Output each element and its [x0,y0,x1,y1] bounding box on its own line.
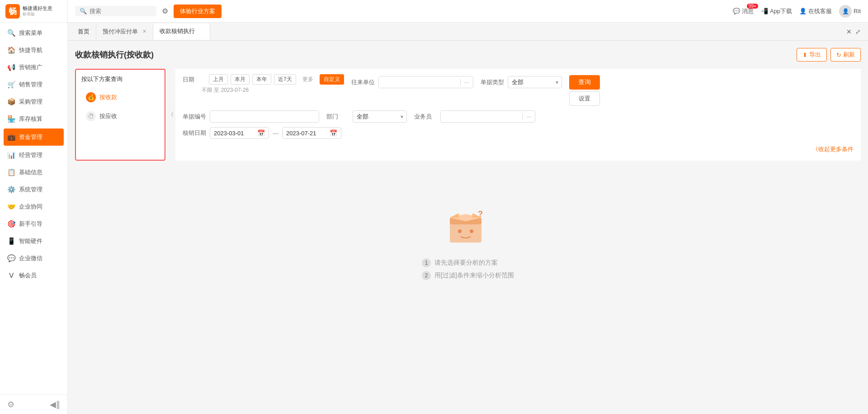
cooperation-icon: 🤝 [7,203,15,211]
topbar-msg-btn[interactable]: 💬 消息 99+ [733,7,754,15]
topbar-gear-icon[interactable]: ⚙ [162,7,168,15]
sidebar-item-cooperation[interactable]: 🤝 企业协同 [0,198,67,215]
docnumber-group: 单据编号 [183,110,319,123]
svg-point-6 [470,229,473,233]
export-icon: ⬆ [802,52,807,58]
tab-collection[interactable]: 收款核销执行 ✕ [153,24,210,40]
filter-type-by-receivable[interactable]: ⏱ 按应收 [81,108,159,125]
doctype-select[interactable]: 全部 [508,76,562,88]
date-range-display: 不限 至 2023-07-26 [183,86,344,94]
sidebar-nav: 🔍 搜索菜单 🏠 快捷导航 📢 营销推广 🛒 销售管理 📦 采购管理 🏪 库存核… [0,23,67,395]
collapse-arrow-area: 《 [165,69,175,161]
purchase-icon: 📦 [7,98,15,106]
dept-select[interactable]: 全部 [353,110,407,123]
sidebar-item-operations-label: 经营管理 [19,151,42,159]
megaphone-icon: 📢 [7,63,15,71]
tab-prepay[interactable]: 预付冲应付单 ✕ [96,24,153,40]
date-btn-last-month[interactable]: 上月 [209,74,228,85]
logo-area: 畅 畅捷通好生意 标准版 [0,0,67,23]
sidebar-item-quicknav[interactable]: 🏠 快捷导航 [0,42,67,59]
filter-type-by-collection[interactable]: 💰 按收款 [81,89,159,106]
collapse-more-label: 收起更多条件 [818,145,854,153]
tab-collection-close[interactable]: ✕ [199,28,203,34]
tab-close-all-btn[interactable]: ✕ [846,28,852,35]
search-icon: 🔍 [7,29,15,37]
topbar-app-btn[interactable]: 📲 App下载 [761,7,792,15]
sidebar-item-system[interactable]: ⚙️ 系统管理 [0,181,67,198]
industry-btn[interactable]: 体验行业方案 [174,5,222,18]
sidebar-item-search-label: 搜索菜单 [19,29,42,37]
settings-btn[interactable]: 设置 [569,91,600,106]
collapse-sidebar-btn[interactable]: ◀‖ [50,400,60,409]
filter-collapse-btn[interactable]: 《 [166,69,175,161]
date-btn-7days[interactable]: 近7天 [274,74,296,85]
sidebar-item-basic[interactable]: 📋 基础信息 [0,164,67,181]
counterpart-input[interactable] [379,76,460,88]
sidebar-item-operations[interactable]: 📊 经营管理 [0,147,67,164]
filter-right-panel: 日期 上月 本月 本年 近7天 更多 自定义 不限 至 2023-07-26 [175,69,861,161]
date-btn-more[interactable]: 更多 [299,75,317,84]
sidebar-item-wechat[interactable]: 💬 企业微信 [0,250,67,267]
counterpart-search-btn[interactable]: ··· [460,79,473,86]
counterpart-group: 往来单位 ··· [351,76,473,88]
staff-search-btn[interactable]: ··· [522,113,535,120]
export-btn[interactable]: ⬆ 导出 [797,48,827,62]
sidebar-item-sales[interactable]: 🛒 销售管理 [0,76,67,93]
sidebar-item-inventory[interactable]: 🏪 库存核算 [0,110,67,128]
topbar-search-input[interactable] [90,8,153,14]
settings-footer-icon[interactable]: ⚙ [7,400,14,409]
date-btn-this-year[interactable]: 本年 [252,74,271,85]
sidebar-item-basic-label: 基础信息 [19,168,42,176]
collection-icon: 💰 [86,92,96,102]
verify-date-start-field[interactable]: 2023-03-01 [214,130,255,137]
refresh-btn[interactable]: ↻ 刷新 [830,48,861,62]
inventory-icon: 🏪 [7,115,15,123]
date-btn-custom[interactable]: 自定义 [320,74,344,85]
tab-maximize-btn[interactable]: ⤢ [855,28,861,35]
date-range-separator: — [273,130,278,137]
date-btn-this-month[interactable]: 本月 [231,74,250,85]
sidebar-item-purchase[interactable]: 📦 采购管理 [0,93,67,110]
receivable-icon: ⏱ [86,111,96,121]
refresh-icon: ↻ [836,52,841,58]
collapse-more-btn[interactable]: 《 收起更多条件 [183,143,854,155]
dept-group: 部门 全部 [326,110,407,123]
sidebar-item-purchase-label: 采购管理 [19,98,42,106]
logo-icon: 畅 [5,4,20,19]
docnumber-label: 单据编号 [183,113,206,121]
staff-input[interactable] [441,111,522,122]
tab-home[interactable]: 首页 [71,24,96,40]
counterpart-input-group: ··· [378,76,473,88]
sidebar-item-marketing[interactable]: 📢 营销推广 [0,59,67,76]
empty-hint-2: 2 用[过滤]条件来缩小分析范围 [422,271,514,280]
sidebar-item-search[interactable]: 🔍 搜索菜单 [0,24,67,42]
sidebar-item-guide[interactable]: 🎯 新手引导 [0,215,67,233]
staff-group: 业务员 ··· [414,110,535,123]
service-icon: 👤 [799,8,807,14]
sidebar-item-member[interactable]: Ⅴ 畅会员 [0,267,67,284]
verify-date-end-field[interactable]: 2023-07-21 [286,130,327,137]
tab-collection-label: 收款核销执行 [160,27,195,35]
topbar: 🔍 ⚙ 体验行业方案 💬 消息 99+ 📲 App下载 👤 在线客服 👤 [68,0,868,23]
query-btn[interactable]: 查询 [569,75,600,90]
sidebar-item-hardware-label: 智能硬件 [19,237,42,245]
app-label: App下载 [770,7,792,15]
empty-state: ? 1 请先选择要分析的方案 2 用[过滤]条件来缩小分析范围 [75,168,861,316]
sidebar-item-hardware[interactable]: 📱 智能硬件 [0,233,67,250]
topbar-search-area: 🔍 [75,6,156,16]
filter-type-receivable-label: 按应收 [99,112,117,120]
user-name: Rit [854,8,861,14]
sidebar-item-finance[interactable]: 💼 资金管理 [4,128,64,146]
topbar-service-btn[interactable]: 👤 在线客服 [799,7,832,15]
sidebar-item-member-label: 畅会员 [19,271,37,280]
tab-prepay-close[interactable]: ✕ [142,29,146,34]
topbar-right-area: 💬 消息 99+ 📲 App下载 👤 在线客服 👤 Rit [733,5,861,18]
counterpart-label: 往来单位 [351,78,375,86]
main-area: 🔍 ⚙ 体验行业方案 💬 消息 99+ 📲 App下载 👤 在线客服 👤 [68,0,868,414]
staff-input-group: ··· [440,110,535,123]
docnumber-input[interactable] [210,111,319,122]
doctype-select-wrapper: 全部 [508,76,562,88]
topbar-user-area[interactable]: 👤 Rit [839,5,861,18]
doctype-group: 单据类型 全部 [481,76,562,88]
sidebar-item-marketing-label: 营销推广 [19,63,42,71]
